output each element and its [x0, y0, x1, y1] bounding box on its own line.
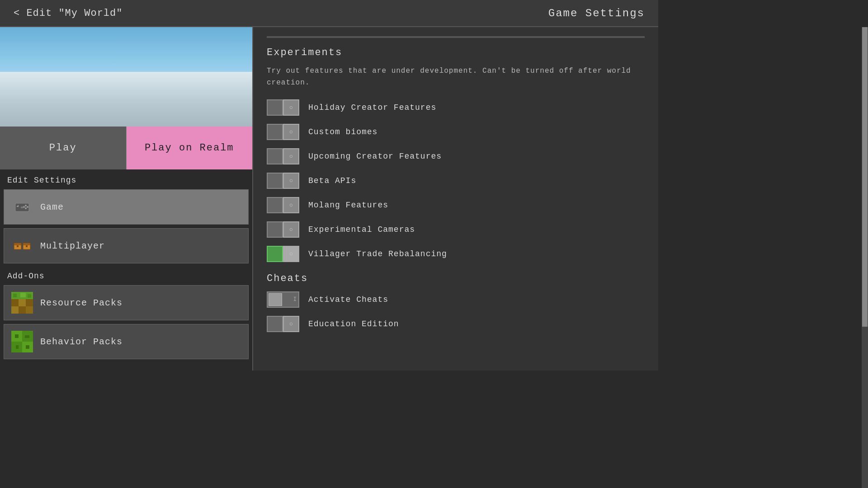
toggle-bg	[267, 221, 283, 238]
toggle-villager-trade[interactable]: ○	[267, 246, 299, 262]
sidebar-item-game[interactable]: Game	[4, 189, 249, 225]
behavior-packs-label: Behavior Packs	[40, 337, 123, 347]
svg-rect-30	[16, 345, 19, 349]
svg-rect-16	[11, 299, 19, 306]
toggle-row-activate-cheats[interactable]: I Activate Cheats	[267, 291, 645, 308]
multiplayer-icon	[11, 235, 33, 257]
play-buttons-container: Play Play on Realm	[0, 127, 252, 169]
svg-rect-23	[20, 293, 26, 297]
svg-rect-17	[19, 299, 26, 306]
resource-packs-label: Resource Packs	[40, 298, 123, 308]
svg-rect-20	[19, 306, 26, 314]
toggle-bg-green	[267, 246, 283, 262]
molang-label: Molang Features	[308, 201, 388, 210]
toggle-knob: ○	[283, 221, 299, 238]
slider-knob	[269, 293, 282, 306]
main-layout: Play Play on Realm Edit Settings	[0, 27, 658, 371]
svg-rect-12	[23, 243, 30, 245]
svg-rect-18	[26, 299, 33, 306]
sky-layer	[0, 27, 252, 72]
svg-point-3	[25, 205, 27, 206]
toggle-row-upcoming-creator[interactable]: ○ Upcoming Creator Features	[267, 148, 645, 164]
behavior-pack-icon	[11, 331, 33, 352]
svg-rect-13	[26, 245, 28, 247]
experiments-description: Try out features that are under developm…	[267, 66, 645, 89]
toggle-row-experimental-cameras[interactable]: ○ Experimental Cameras	[267, 221, 645, 238]
custom-biomes-label: Custom biomes	[308, 127, 377, 136]
svg-rect-2	[18, 205, 19, 207]
toggle-knob: ○	[283, 197, 299, 213]
svg-rect-22	[13, 294, 17, 297]
toggle-knob-active: ○	[283, 246, 299, 262]
toggle-row-molang[interactable]: ○ Molang Features	[267, 197, 645, 213]
multiplayer-label: Multiplayer	[40, 241, 105, 251]
toggle-row-holiday-creator[interactable]: ○ Holiday Creator Features	[267, 99, 645, 116]
toggle-row-custom-biomes[interactable]: ○ Custom biomes	[267, 124, 645, 140]
toggle-bg	[267, 173, 283, 189]
svg-rect-24	[28, 294, 31, 298]
activate-cheats-label: Activate Cheats	[308, 295, 388, 304]
toggle-upcoming-creator[interactable]: ○	[267, 148, 299, 164]
addons-label: Add-Ons	[0, 265, 252, 283]
toggle-molang[interactable]: ○	[267, 197, 299, 213]
upcoming-creator-label: Upcoming Creator Features	[308, 152, 442, 161]
game-label: Game	[40, 202, 64, 212]
header: < Edit "My World" Game Settings	[0, 0, 658, 27]
toggle-bg	[267, 197, 283, 213]
svg-rect-7	[21, 206, 24, 208]
resource-pack-icon	[11, 292, 33, 314]
toggle-activate-cheats[interactable]: I	[267, 291, 299, 308]
toggle-knob: ○	[283, 316, 299, 332]
svg-rect-28	[15, 334, 19, 338]
sidebar-item-behavior-packs[interactable]: Behavior Packs	[4, 324, 249, 359]
toggle-row-education-edition[interactable]: ○ Education Edition	[267, 316, 645, 332]
holiday-creator-label: Holiday Creator Features	[308, 103, 436, 112]
education-edition-label: Education Edition	[308, 319, 399, 328]
toggle-experimental-cameras[interactable]: ○	[267, 221, 299, 238]
edit-settings-label: Edit Settings	[0, 169, 252, 188]
toggle-bg	[267, 99, 283, 116]
toggle-education-edition[interactable]: ○	[267, 316, 299, 332]
left-panel: Play Play on Realm Edit Settings	[0, 27, 253, 371]
play-realm-button[interactable]: Play on Realm	[127, 127, 253, 169]
toggle-knob: ○	[283, 173, 299, 189]
svg-rect-9	[14, 243, 21, 245]
svg-rect-10	[17, 245, 19, 247]
sidebar-item-multiplayer[interactable]: Multiplayer	[4, 228, 249, 263]
svg-rect-19	[11, 306, 19, 314]
toggle-bg	[267, 124, 283, 140]
toggle-holiday-creator[interactable]: ○	[267, 99, 299, 116]
header-back[interactable]: < Edit "My World"	[14, 8, 123, 19]
scroll-indicator	[267, 36, 645, 38]
world-preview	[0, 27, 252, 127]
sidebar-item-resource-packs[interactable]: Resource Packs	[4, 285, 249, 320]
svg-point-6	[25, 207, 27, 209]
svg-point-5	[27, 206, 28, 208]
toggle-bg	[267, 148, 283, 164]
snow-layer	[0, 72, 252, 127]
play-button[interactable]: Play	[0, 127, 127, 169]
svg-rect-29	[25, 335, 29, 338]
cheats-title: Cheats	[267, 273, 645, 284]
toggle-knob: ○	[283, 148, 299, 164]
toggle-custom-biomes[interactable]: ○	[267, 124, 299, 140]
toggle-knob: ○	[283, 99, 299, 116]
right-panel: Experiments Try out features that are un…	[253, 27, 658, 371]
game-icon	[11, 196, 33, 218]
svg-rect-31	[26, 345, 29, 349]
experimental-cameras-label: Experimental Cameras	[308, 225, 415, 234]
back-label[interactable]: < Edit "My World"	[14, 8, 123, 19]
experiments-title: Experiments	[267, 47, 645, 58]
svg-rect-21	[26, 306, 33, 314]
slider-indicator: I	[293, 296, 297, 303]
toggle-bg	[267, 316, 283, 332]
toggle-row-beta-apis[interactable]: ○ Beta APIs	[267, 173, 645, 189]
toggle-row-villager-trade[interactable]: ○ Villager Trade Rebalancing	[267, 246, 645, 262]
toggle-beta-apis[interactable]: ○	[267, 173, 299, 189]
header-title: Game Settings	[548, 7, 645, 19]
villager-trade-label: Villager Trade Rebalancing	[308, 249, 447, 258]
toggle-knob: ○	[283, 124, 299, 140]
beta-apis-label: Beta APIs	[308, 176, 356, 185]
